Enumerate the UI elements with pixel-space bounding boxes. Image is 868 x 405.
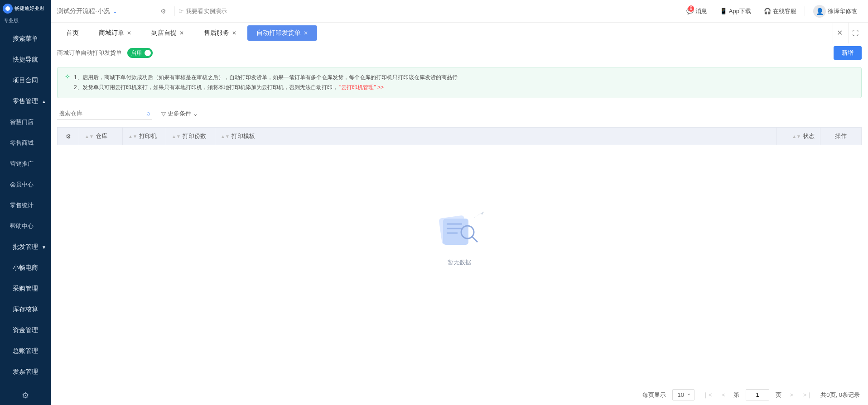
- chevron-icon: ▲: [42, 99, 46, 104]
- tab-label: 商城订单: [99, 29, 124, 37]
- tabbar: 首页商城订单✕到店自提✕售后服务✕自动打印发货单✕ ✕ ⛶: [51, 23, 868, 43]
- enable-toggle[interactable]: 启用: [127, 48, 153, 58]
- svg-rect-1: [443, 219, 468, 245]
- sidebar-item-13[interactable]: 库存核算: [0, 299, 51, 320]
- app-logo-icon: [3, 4, 13, 14]
- sidebar-item-9[interactable]: 帮助中心: [0, 216, 51, 237]
- sidebar-item-17[interactable]: 税务管理: [0, 382, 51, 386]
- column-settings-button[interactable]: ⚙: [58, 128, 79, 145]
- more-filters-label: 更多条件: [168, 110, 191, 118]
- account-settings-icon[interactable]: ⚙: [156, 8, 171, 15]
- sidebar-item-15[interactable]: 总账管理: [0, 341, 51, 362]
- filter-bar: ⌕ ▽ 更多条件 ⌄: [51, 103, 868, 127]
- warehouse-search-input[interactable]: [57, 107, 152, 120]
- page-label-suffix: 页: [776, 391, 781, 399]
- bulb-icon: ✧: [65, 73, 70, 92]
- demo-link[interactable]: ☞ 我要看实例演示: [178, 7, 227, 15]
- col-copies[interactable]: ▲▼打印份数: [166, 128, 215, 145]
- chevron-icon: ▼: [42, 245, 46, 250]
- hand-icon: ☞: [178, 8, 184, 14]
- banner-line-2: 2、发货单只可用云打印机来打，如果只有本地打印机，须将本地打印机添加为云打印机，…: [74, 83, 854, 93]
- empty-state: 暂无数据: [57, 145, 862, 285]
- page-number-input[interactable]: [746, 389, 769, 400]
- toolbar-title: 商城订单自动打印发货单: [57, 49, 122, 57]
- sidebar-settings-icon[interactable]: ⚙: [0, 386, 51, 405]
- tab-label: 自动打印发货单: [256, 29, 301, 37]
- tab-3[interactable]: 售后服务✕: [195, 25, 246, 41]
- sidebar-item-1[interactable]: 快捷导航: [0, 49, 51, 70]
- data-table: ⚙ ▲▼仓库 ▲▼打印机 ▲▼打印份数 ▲▼打印模板 ▲▼状态 操作: [57, 127, 862, 285]
- sidebar-item-16[interactable]: 发票管理: [0, 362, 51, 382]
- avatar-icon: 👤: [813, 5, 826, 18]
- col-status[interactable]: ▲▼状态: [777, 128, 820, 145]
- side-menu: 搜索菜单快捷导航项目合同零售管理▲智慧门店零售商城营销推广会员中心零售统计帮助中…: [0, 29, 51, 386]
- headset-icon: 🎧: [764, 8, 771, 14]
- first-page-button[interactable]: ｜<: [701, 391, 714, 399]
- sidebar-item-14[interactable]: 资金管理: [0, 320, 51, 341]
- app-name: 畅捷通好业财: [14, 5, 44, 11]
- svg-line-6: [472, 237, 477, 242]
- close-icon[interactable]: ✕: [127, 30, 131, 36]
- prev-page-button[interactable]: <: [720, 391, 728, 398]
- new-button[interactable]: 新增: [834, 46, 862, 60]
- support-button[interactable]: 🎧 在线客服: [759, 7, 801, 15]
- app-edition: 专业版: [0, 17, 51, 29]
- more-filters-button[interactable]: ▽ 更多条件 ⌄: [161, 110, 198, 118]
- tab-2[interactable]: 到店自提✕: [142, 25, 193, 41]
- close-icon[interactable]: ✕: [304, 30, 308, 36]
- search-icon[interactable]: ⌕: [146, 109, 150, 117]
- sidebar-item-10[interactable]: 批发管理▼: [0, 237, 51, 257]
- sidebar: 畅捷通好业财 专业版 搜索菜单快捷导航项目合同零售管理▲智慧门店零售商城营销推广…: [0, 0, 51, 405]
- logo: 畅捷通好业财: [0, 0, 51, 17]
- banner-line-1: 1、启用后，商城下单付款成功后（如果有审核是在审核之后），自动打印发货单，如果一…: [74, 73, 854, 83]
- close-icon[interactable]: ✕: [179, 30, 184, 36]
- tab-0[interactable]: 首页: [57, 25, 88, 41]
- close-icon[interactable]: ✕: [232, 30, 236, 36]
- sidebar-item-0[interactable]: 搜索菜单: [0, 29, 51, 49]
- sidebar-item-3[interactable]: 零售管理▲: [0, 91, 51, 112]
- tab-label: 首页: [66, 29, 79, 37]
- sidebar-item-7[interactable]: 会员中心: [0, 174, 51, 195]
- sidebar-item-5[interactable]: 零售商城: [0, 133, 51, 153]
- col-template[interactable]: ▲▼打印模板: [215, 128, 777, 145]
- toggle-knob: [145, 50, 151, 56]
- topbar: 测试分开流程-小况 ⌄ ⚙ ☞ 我要看实例演示 💬 9 消息 📱 App下载 🎧: [51, 0, 868, 23]
- demo-label: 我要看实例演示: [186, 7, 227, 15]
- sidebar-item-12[interactable]: 采购管理: [0, 278, 51, 299]
- chevron-down-icon: ⌄: [193, 110, 198, 117]
- support-label: 在线客服: [773, 7, 796, 15]
- app-download-button[interactable]: 📱 App下载: [715, 7, 756, 15]
- next-page-button[interactable]: >: [788, 391, 795, 398]
- phone-icon: 📱: [720, 8, 727, 14]
- col-printer[interactable]: ▲▼打印机: [123, 128, 166, 145]
- svg-marker-7: [481, 211, 484, 215]
- tab-label: 到店自提: [151, 29, 177, 37]
- sidebar-item-2[interactable]: 项目合同: [0, 70, 51, 91]
- fullscreen-icon[interactable]: ⛶: [848, 23, 862, 43]
- empty-illustration-icon: [432, 209, 487, 249]
- last-page-button[interactable]: >｜: [801, 391, 815, 399]
- sidebar-item-11[interactable]: 小畅电商: [0, 257, 51, 278]
- divider: [174, 6, 175, 16]
- sidebar-item-8[interactable]: 零售统计: [0, 195, 51, 216]
- close-current-tab[interactable]: ✕: [833, 23, 846, 43]
- col-warehouse[interactable]: ▲▼仓库: [79, 128, 123, 145]
- pagination: 每页显示 10 ｜< < 第 页 > >｜ 共0页, 0条记录: [51, 385, 868, 405]
- account-name: 测试分开流程-小况: [57, 7, 110, 15]
- info-banner: ✧ 1、启用后，商城下单付款成功后（如果有审核是在审核之后），自动打印发货单，如…: [57, 67, 862, 98]
- sidebar-item-6[interactable]: 营销推广: [0, 153, 51, 174]
- tab-label: 售后服务: [204, 29, 229, 37]
- tab-1[interactable]: 商城订单✕: [90, 25, 140, 41]
- page-size-select[interactable]: 10: [672, 389, 694, 400]
- cloud-printer-link[interactable]: "云打印机管理" >>: [339, 83, 384, 93]
- col-actions: 操作: [820, 128, 861, 145]
- user-menu[interactable]: 👤 徐泽华修改: [809, 5, 862, 18]
- user-name: 徐泽华修改: [828, 7, 857, 15]
- account-selector[interactable]: 测试分开流程-小况 ⌄: [57, 7, 152, 15]
- page-summary: 共0页, 0条记录: [820, 391, 860, 399]
- messages-button[interactable]: 💬 9 消息: [682, 7, 712, 15]
- sidebar-item-4[interactable]: 智慧门店: [0, 112, 51, 133]
- messages-label: 消息: [695, 7, 707, 15]
- page-label-prefix: 第: [733, 391, 739, 399]
- tab-4[interactable]: 自动打印发货单✕: [247, 25, 317, 41]
